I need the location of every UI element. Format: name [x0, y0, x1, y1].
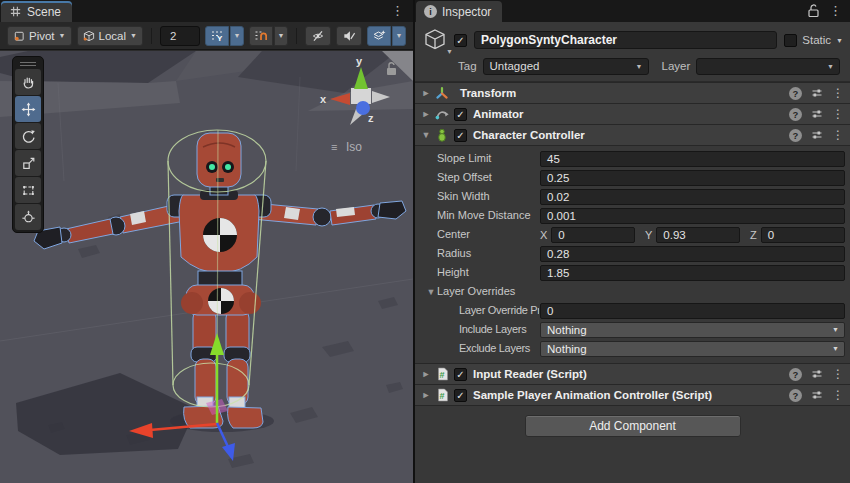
- height-field[interactable]: 1.85: [540, 265, 845, 281]
- toolbar-separator: [151, 28, 152, 44]
- inspector-menu-button[interactable]: ⋮: [829, 3, 842, 18]
- character-controller-body: Slope Limit 45 Step Offset 0.25 Skin Wid…: [415, 145, 850, 363]
- pivot-icon: [13, 30, 25, 42]
- presets-icon[interactable]: [811, 129, 823, 141]
- help-icon[interactable]: ?: [789, 108, 802, 121]
- component-name: Input Reader (Script): [473, 368, 587, 380]
- help-icon[interactable]: ?: [789, 368, 802, 381]
- property-row-step-offset: Step Offset 0.25: [415, 168, 850, 187]
- foldout-arrow[interactable]: ►: [419, 109, 433, 119]
- grid-snapping-button[interactable]: [249, 26, 273, 46]
- component-menu-button[interactable]: ⋮: [832, 388, 844, 402]
- tab-inspector[interactable]: i Inspector: [416, 1, 502, 22]
- property-row-exclude-layers: Exclude Layers Nothing▼: [415, 339, 850, 358]
- scene-effects-dropdown[interactable]: ▼: [392, 26, 406, 46]
- scene-panel-menu-button[interactable]: ⋮: [391, 3, 413, 22]
- animator-enabled-checkbox[interactable]: ✓: [454, 108, 467, 121]
- rect-tool-button[interactable]: [15, 177, 41, 203]
- component-menu-button[interactable]: ⋮: [832, 107, 844, 121]
- component-menu-button[interactable]: ⋮: [832, 367, 844, 381]
- skin-width-field[interactable]: 0.02: [540, 189, 845, 205]
- pivot-mode-button[interactable]: Pivot ▼: [7, 26, 72, 46]
- move-tool-button[interactable]: [15, 96, 41, 122]
- slope-limit-field[interactable]: 45: [540, 151, 845, 167]
- presets-icon[interactable]: [811, 87, 823, 99]
- tag-dropdown[interactable]: Untagged ▼: [483, 58, 649, 75]
- character-controller-enabled-checkbox[interactable]: ✓: [454, 129, 467, 142]
- grid-visibility-dropdown[interactable]: ▼: [230, 26, 244, 46]
- info-icon: i: [424, 5, 437, 18]
- foldout-arrow[interactable]: ▼: [419, 130, 433, 140]
- effects-layers-icon: [372, 29, 386, 43]
- component-header-sample-player-animation-controller[interactable]: ► # ✓ Sample Player Animation Controller…: [415, 384, 850, 405]
- presets-icon[interactable]: [811, 368, 823, 380]
- property-label: Min Move Distance: [437, 209, 537, 221]
- scene-tab-label: Scene: [27, 5, 61, 19]
- help-icon[interactable]: ?: [789, 389, 802, 402]
- grid-dropdown-arrow: ▼: [233, 32, 240, 39]
- component-header-transform[interactable]: ► Transform ? ⋮: [415, 82, 850, 103]
- scene-panel: Scene ⋮ Pivot ▼ Local ▼: [0, 0, 413, 483]
- layer-override-priority-field[interactable]: 0: [540, 303, 845, 319]
- include-layers-dropdown[interactable]: Nothing▼: [540, 322, 845, 338]
- gameobject-icon-button[interactable]: ▼: [422, 27, 454, 53]
- tools-drag-handle[interactable]: [15, 59, 41, 68]
- transform-tool-button[interactable]: [15, 204, 41, 230]
- rotate-tool-button[interactable]: [15, 123, 41, 149]
- sample-player-enabled-checkbox[interactable]: ✓: [454, 389, 467, 402]
- scene-viewport[interactable]: y x z ≡ Iso: [0, 51, 413, 483]
- center-y-field[interactable]: 0.93: [656, 227, 740, 243]
- center-x-field[interactable]: 0: [551, 227, 635, 243]
- min-move-distance-field[interactable]: 0.001: [540, 208, 845, 224]
- effects-dropdown-arrow: ▼: [395, 32, 402, 39]
- component-menu-button[interactable]: ⋮: [832, 128, 844, 142]
- presets-icon[interactable]: [811, 108, 823, 120]
- inspector-tabbar: i Inspector ⋮: [415, 0, 850, 22]
- grid-size-field[interactable]: 2: [160, 26, 200, 46]
- layer-dropdown[interactable]: ▼: [696, 58, 840, 75]
- exclude-layers-dropdown[interactable]: Nothing▼: [540, 341, 845, 357]
- scene-effects-toggle[interactable]: [367, 26, 391, 46]
- grid-visibility-button[interactable]: Y: [205, 26, 229, 46]
- projection-switcher[interactable]: ≡ Iso: [331, 140, 362, 154]
- property-label: Include Layers: [459, 323, 539, 335]
- scene-audio-toggle[interactable]: [336, 26, 362, 46]
- scene-visibility-toggle[interactable]: [305, 26, 331, 46]
- help-icon[interactable]: ?: [789, 129, 802, 142]
- step-offset-field[interactable]: 0.25: [540, 170, 845, 186]
- lock-icon[interactable]: [807, 3, 820, 18]
- gameobject-name-field[interactable]: PolygonSyntyCharacter: [474, 31, 777, 49]
- scale-icon: [21, 156, 36, 171]
- scale-tool-button[interactable]: [15, 150, 41, 176]
- property-label: Slope Limit: [437, 152, 537, 164]
- foldout-row-layer-overrides[interactable]: ▼Layer Overrides: [415, 282, 850, 301]
- tab-scene[interactable]: Scene: [1, 1, 72, 22]
- scene-canvas[interactable]: y x z ≡ Iso: [0, 51, 413, 483]
- grid-snapping-dropdown[interactable]: ▼: [274, 26, 288, 46]
- gameobject-active-checkbox[interactable]: ✓: [454, 34, 467, 47]
- center-z-field[interactable]: 0: [761, 227, 845, 243]
- projection-label: Iso: [346, 140, 362, 154]
- radius-field[interactable]: 0.28: [540, 246, 845, 262]
- gameobject-header: ▼ ✓ PolygonSyntyCharacter Static ▼ Tag U…: [415, 22, 850, 82]
- foldout-arrow[interactable]: ►: [419, 390, 433, 400]
- static-dropdown-arrow[interactable]: ▼: [836, 37, 843, 44]
- input-reader-enabled-checkbox[interactable]: ✓: [454, 368, 467, 381]
- component-menu-button[interactable]: ⋮: [832, 86, 844, 100]
- add-component-button[interactable]: Add Component: [525, 415, 741, 437]
- handle-orientation-button[interactable]: Local ▼: [77, 26, 143, 46]
- transform-icon: [433, 86, 451, 100]
- orientation-label: Local: [99, 30, 127, 42]
- component-header-animator[interactable]: ► ✓ Animator ? ⋮: [415, 103, 850, 124]
- presets-icon[interactable]: [811, 389, 823, 401]
- hand-tool-button[interactable]: [15, 69, 41, 95]
- static-checkbox[interactable]: [784, 34, 797, 47]
- grid-snapping-icon: [254, 29, 267, 42]
- foldout-arrow[interactable]: ►: [419, 369, 433, 379]
- component-header-character-controller[interactable]: ▼ ✓ Character Controller ? ⋮: [415, 124, 850, 145]
- foldout-arrow[interactable]: ►: [419, 88, 433, 98]
- tag-dropdown-arrow: ▼: [636, 63, 643, 70]
- center-x-label: X: [540, 229, 547, 241]
- help-icon[interactable]: ?: [789, 87, 802, 100]
- component-header-input-reader[interactable]: ► # ✓ Input Reader (Script) ? ⋮: [415, 363, 850, 384]
